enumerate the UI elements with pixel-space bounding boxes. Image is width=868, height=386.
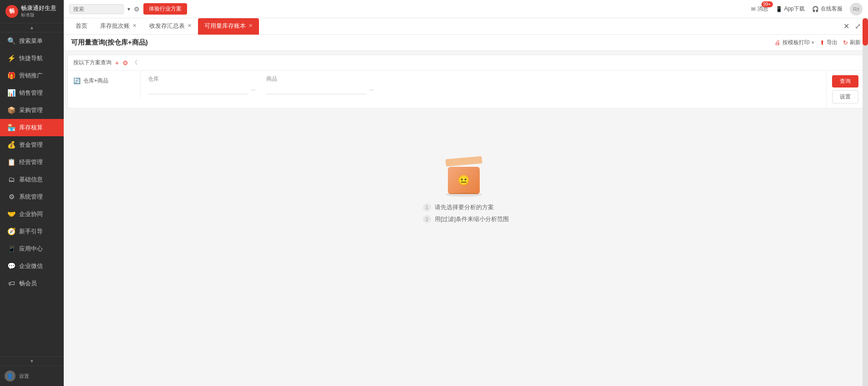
box-lid — [445, 156, 482, 167]
dropdown-button[interactable]: ▾ — [127, 6, 130, 12]
print-button[interactable]: 🖨 按模板打印 ▾ — [775, 39, 814, 46]
user-avatar[interactable]: Rit — [850, 3, 863, 15]
logo-icon: 畅 — [5, 5, 18, 18]
empty-illustration: 😐 — [439, 149, 493, 194]
goods-input[interactable] — [266, 85, 366, 94]
sidebar-item-label: 企业微信 — [19, 262, 43, 270]
online-service-label: 在线客服 — [821, 5, 843, 13]
gear-button[interactable]: ⚙ — [134, 5, 140, 13]
tab-summary-label: 收发存汇总表 — [149, 22, 185, 30]
sidebar-scroll-up[interactable]: ▲ — [30, 25, 34, 30]
topbar-right: ✉ 消息 99+ 📱 App下载 🎧 在线客服 Rit — [751, 3, 863, 15]
appcenter-icon: 📱 — [7, 245, 15, 253]
sidebar-item-label: 搜索菜单 — [19, 37, 43, 45]
export-button[interactable]: ⬆ 导出 — [820, 39, 838, 46]
marketing-icon: 🎁 — [7, 72, 15, 80]
tab-expand-button[interactable]: ⤢ — [853, 20, 863, 32]
box-shadow — [446, 192, 482, 197]
tab-available[interactable]: 可用量库存账本 ✕ — [198, 18, 259, 35]
wechat-icon: 💬 — [7, 262, 15, 270]
warehouse-more-button[interactable]: ··· — [251, 87, 255, 93]
refresh-label: 刷新 — [850, 39, 861, 46]
sidebar-item-label: 畅会员 — [19, 279, 37, 288]
sidebar: 畅 畅康通好生意 标准版 ▲ 🔍 搜索菜单 ⚡ 快捷导航 🎁 营销推广 📊 销售… — [0, 0, 64, 386]
goods-field-label: 商品 — [266, 75, 374, 83]
box-body: 😐 — [448, 167, 480, 194]
tab-summary[interactable]: 收发存汇总表 ✕ — [143, 18, 198, 35]
tab-home[interactable]: 首页 — [69, 18, 94, 35]
sidebar-item-system[interactable]: ⚙ 系统管理 — [0, 188, 64, 206]
sidebar-item-label: 营销推广 — [19, 72, 43, 80]
filter-collapse-button[interactable]: 《 — [132, 59, 137, 67]
filter-header: 按以下方案查询 + ⚙ 《 — [68, 55, 864, 71]
sidebar-item-appcenter[interactable]: 📱 应用中心 — [0, 240, 64, 257]
right-scrollbar-thumb — [863, 18, 868, 46]
sidebar-scroll-down[interactable]: ▼ — [30, 359, 34, 364]
sidebar-item-label: 快捷导航 — [19, 54, 43, 62]
warehouse-input[interactable] — [148, 85, 248, 94]
tab-available-label: 可用量库存账本 — [204, 22, 246, 30]
content-area: 可用量查询(按仓库+商品) 🖨 按模板打印 ▾ ⬆ 导出 ↻ 刷新 — [64, 35, 868, 386]
sidebar-item-sales[interactable]: 📊 销售管理 — [0, 84, 64, 102]
warehouse-field-row: ··· — [148, 85, 255, 94]
logo-badge: 标准版 — [21, 12, 56, 18]
sidebar-item-quicknav[interactable]: ⚡ 快捷导航 — [0, 50, 64, 67]
sidebar-item-enterprise[interactable]: 🤝 企业协同 — [0, 206, 64, 223]
sidebar-item-operations[interactable]: 📋 经营管理 — [0, 154, 64, 171]
sales-icon: 📊 — [7, 89, 15, 97]
newuser-icon: 🧭 — [7, 227, 15, 236]
message-button[interactable]: ✉ 消息 99+ — [751, 5, 768, 13]
empty-tips: 1 请先选择要分析的方案 2 用[过滤]条件来缩小分析范围 — [423, 203, 509, 227]
filter-actions: 查询 设置 — [826, 71, 864, 108]
sidebar-item-inventory[interactable]: 🏪 库存核算 — [0, 119, 64, 136]
filter-add-button[interactable]: + — [115, 59, 119, 67]
message-icon: ✉ — [751, 6, 756, 12]
filter-fields: 仓库 ··· 商品 ··· — [141, 71, 826, 99]
empty-tip-1: 1 请先选择要分析的方案 — [423, 203, 509, 211]
page-header: 可用量查询(按仓库+商品) 🖨 按模板打印 ▾ ⬆ 导出 ↻ 刷新 — [64, 35, 868, 51]
print-dropdown-icon: ▾ — [812, 40, 814, 46]
filter-scheme-item-warehouse-goods[interactable]: 🔄 仓库+商品 — [68, 74, 140, 87]
sidebar-item-member[interactable]: 🏷 畅会员 — [0, 275, 64, 292]
warehouse-field-label: 仓库 — [148, 75, 255, 83]
member-icon: 🏷 — [7, 279, 15, 287]
trial-btn[interactable]: 体验行业方案 — [143, 3, 187, 15]
search-input[interactable] — [69, 4, 124, 14]
sidebar-item-wechat[interactable]: 💬 企业微信 — [0, 257, 64, 275]
sidebar-item-label: 资金管理 — [19, 141, 43, 149]
tabs-right-actions: ✕ ⤢ — [842, 20, 863, 32]
empty-state: 😐 1 请先选择要分析的方案 2 用[过滤]条件来缩小分析范围 — [64, 112, 868, 263]
box-face-icon: 😐 — [457, 175, 470, 186]
tab-batch-close[interactable]: ✕ — [132, 23, 137, 29]
tab-summary-close[interactable]: ✕ — [188, 23, 192, 29]
settings-action-button[interactable]: 设置 — [832, 90, 858, 103]
goods-more-button[interactable]: ··· — [369, 87, 374, 93]
scheme-icon: 🔄 — [73, 77, 81, 84]
page-title: 可用量查询(按仓库+商品) — [71, 38, 148, 47]
system-icon: ⚙ — [7, 193, 15, 201]
sidebar-item-basics[interactable]: 🗂 基础信息 — [0, 171, 64, 188]
app-icon: 📱 — [776, 6, 782, 12]
sidebar-item-label: 库存核算 — [19, 124, 43, 132]
sidebar-menu: 🔍 搜索菜单 ⚡ 快捷导航 🎁 营销推广 📊 销售管理 📦 采购管理 🏪 库存核… — [0, 32, 64, 356]
service-icon: 🎧 — [812, 6, 819, 12]
empty-tip-2: 2 用[过滤]条件来缩小分析范围 — [423, 215, 509, 223]
refresh-button[interactable]: ↻ 刷新 — [843, 39, 861, 46]
sidebar-item-marketing[interactable]: 🎁 营销推广 — [0, 67, 64, 84]
sidebar-item-search[interactable]: 🔍 搜索菜单 — [0, 32, 64, 50]
sidebar-item-finance[interactable]: 💰 资金管理 — [0, 136, 64, 154]
app-download-button[interactable]: 📱 App下载 — [776, 5, 805, 13]
tab-available-close[interactable]: ✕ — [249, 23, 253, 29]
export-icon: ⬆ — [820, 39, 825, 46]
right-scrollbar[interactable] — [863, 18, 868, 386]
sidebar-item-newuser[interactable]: 🧭 新手引导 — [0, 223, 64, 240]
sidebar-user-label: 设置 — [19, 373, 29, 380]
filter-settings-button[interactable]: ⚙ — [122, 59, 128, 67]
sidebar-user-area[interactable]: 👤 设置 — [0, 365, 64, 386]
tab-batch[interactable]: 库存批次账 ✕ — [94, 18, 143, 35]
sidebar-item-purchase[interactable]: 📦 采购管理 — [0, 102, 64, 119]
tab-close-all-button[interactable]: ✕ — [842, 20, 851, 32]
query-button[interactable]: 查询 — [832, 75, 858, 87]
filter-field-goods: 商品 ··· — [266, 75, 374, 94]
online-service-button[interactable]: 🎧 在线客服 — [812, 5, 843, 13]
